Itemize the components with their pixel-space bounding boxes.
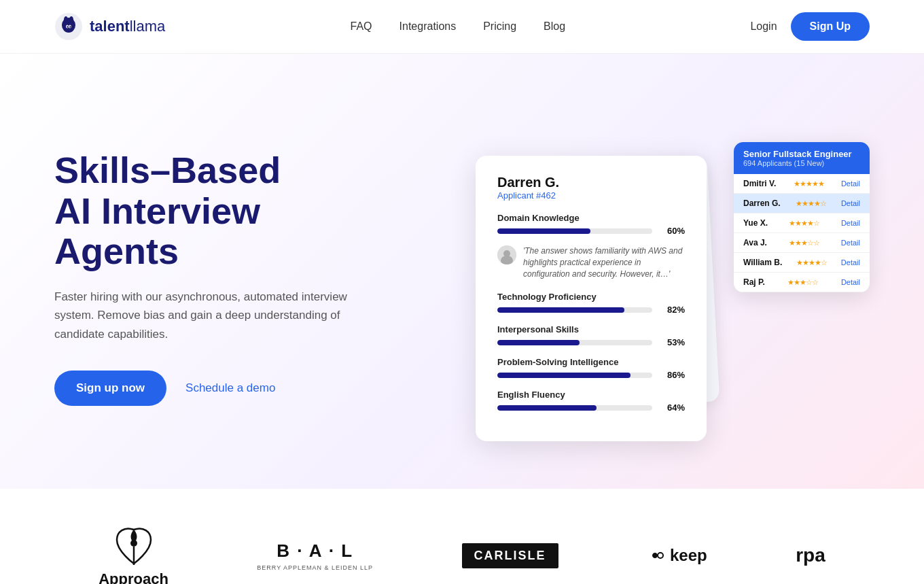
metric-bar-fill xyxy=(497,228,590,234)
metric-bar-fill xyxy=(497,307,624,313)
svg-point-2 xyxy=(64,16,68,23)
nav-actions: Login Sign Up xyxy=(750,12,870,41)
metric-label: Domain Knowledge xyxy=(497,213,685,223)
hero-actions: Sign up now Schedule a demo xyxy=(54,371,380,406)
metric-bar-fill xyxy=(497,340,580,345)
metric-label: English Fluency xyxy=(497,390,685,400)
metric-bar-bg xyxy=(497,373,652,378)
svg-point-3 xyxy=(69,16,73,23)
metric-pct: 82% xyxy=(659,305,685,315)
svg-point-6 xyxy=(67,26,69,27)
metric-label: Problem-Solving Intelligence xyxy=(497,357,685,367)
metric-bar-fill xyxy=(497,405,597,411)
metric-pct: 64% xyxy=(659,402,685,413)
login-button[interactable]: Login xyxy=(750,20,777,33)
logo-text: talentllama xyxy=(90,18,165,35)
candidate-applicant-id: Applicant #462 xyxy=(497,190,685,201)
hero-cta-secondary-link[interactable]: Schedule a demo xyxy=(185,381,275,395)
applicants-card-count: 694 Applicants (15 New) xyxy=(743,159,860,167)
candidate-row[interactable]: Ava J. ★★★☆☆ Detail xyxy=(734,233,870,253)
quote-text: 'The answer shows familiarity with AWS a… xyxy=(523,245,685,279)
keep-infinity-icon xyxy=(647,550,666,561)
metric-pct: 60% xyxy=(659,226,685,236)
hero-subtitle: Faster hiring with our asynchronous, aut… xyxy=(54,288,380,343)
nav-link-blog[interactable]: Blog xyxy=(544,20,565,33)
applicants-card-header: Senior Fullstack Engineer 694 Applicants… xyxy=(734,142,870,174)
candidate-row[interactable]: Yue X. ★★★★☆ Detail xyxy=(734,213,870,233)
hero-title: Skills–Based AI Interview Agents xyxy=(54,150,380,271)
logo[interactable]: talentllama xyxy=(54,12,165,41)
metric-interpersonal: Interpersonal Skills 53% xyxy=(497,324,685,347)
metric-bar-bg xyxy=(497,340,652,345)
candidate-name: Darren G. xyxy=(497,175,685,190)
nav-links: FAQ Integrations Pricing Blog xyxy=(351,20,566,33)
quote-avatar xyxy=(497,245,516,264)
metric-bar-bg xyxy=(497,307,652,313)
svg-point-7 xyxy=(70,26,71,27)
candidate-row[interactable]: Dmitri V. ★★★★★ Detail xyxy=(734,174,870,194)
logo-carlisle: CARLISLE xyxy=(462,543,558,568)
nav-link-pricing[interactable]: Pricing xyxy=(483,20,516,33)
metric-bar-bg xyxy=(497,405,652,411)
candidate-row[interactable]: William B. ★★★★☆ Detail xyxy=(734,253,870,273)
quote-row: 'The answer shows familiarity with AWS a… xyxy=(497,245,685,279)
metric-bar-fill xyxy=(497,373,630,378)
logo-icon xyxy=(54,12,83,41)
logo-bal: B · A · L BERRY APPLEMAN & LEIDEN LLP xyxy=(257,540,373,571)
hero-cta-primary-button[interactable]: Sign up now xyxy=(54,371,166,406)
metric-label: Technology Proficiency xyxy=(497,292,685,302)
candidate-card: Darren G. Applicant #462 Domain Knowledg… xyxy=(476,156,707,441)
approach-text: Approach xyxy=(99,570,168,584)
metric-bar-bg xyxy=(497,228,652,234)
metric-pct: 53% xyxy=(659,337,685,347)
nav-link-integrations[interactable]: Integrations xyxy=(399,20,457,33)
logo-keep: keep xyxy=(647,546,707,565)
svg-point-1 xyxy=(62,18,75,33)
applicants-card-title: Senior Fullstack Engineer xyxy=(743,149,860,159)
approach-icon xyxy=(110,523,158,570)
metric-problem-solving: Problem-Solving Intelligence 86% xyxy=(497,357,685,380)
hero-left: Skills–Based AI Interview Agents Faster … xyxy=(54,150,380,406)
hero-section: Skills–Based AI Interview Agents Faster … xyxy=(0,54,924,489)
metric-domain-knowledge: Domain Knowledge 60% xyxy=(497,213,685,236)
hero-right: Darren G. Applicant #462 Domain Knowledg… xyxy=(476,142,870,414)
logos-section: Approach B · A · L BERRY APPLEMAN & LEID… xyxy=(0,489,924,584)
svg-point-11 xyxy=(130,540,137,547)
logo-approach: Approach xyxy=(99,523,168,584)
metric-label: Interpersonal Skills xyxy=(497,324,685,334)
nav-link-faq[interactable]: FAQ xyxy=(351,20,372,33)
candidate-row[interactable]: Raj P. ★★★☆☆ Detail xyxy=(734,273,870,292)
candidate-row-active[interactable]: Darren G. ★★★★☆ Detail xyxy=(734,194,870,213)
metric-pct: 86% xyxy=(659,370,685,380)
signup-button[interactable]: Sign Up xyxy=(791,12,870,41)
metric-technology: Technology Proficiency 82% xyxy=(497,292,685,315)
logo-rpa: rpa xyxy=(796,545,825,566)
applicants-card: Senior Fullstack Engineer 694 Applicants… xyxy=(734,142,870,292)
metric-english: English Fluency 64% xyxy=(497,390,685,413)
